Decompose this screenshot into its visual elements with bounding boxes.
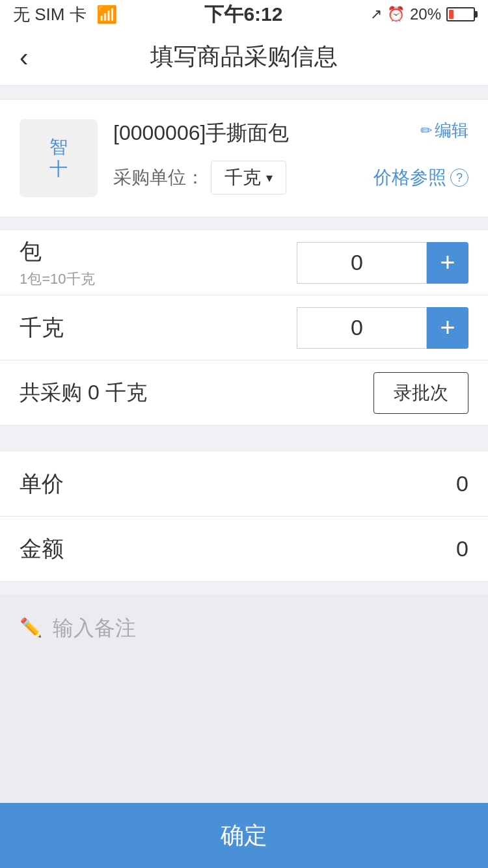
pack-label: 包 1包=10千克	[20, 237, 98, 289]
status-bar: 无 SIM 卡 📶 下午6:12 ↗ ⏰ 20%	[0, 0, 488, 29]
product-name: [0000006]手撕面包	[113, 119, 289, 148]
page-title: 填写商品采购信息	[150, 41, 338, 73]
kg-input-row: 千克 +	[0, 295, 488, 360]
product-info: [0000006]手撕面包 ✏ 编辑 采购单位： 千克 ▾ 价格参照 ?	[113, 119, 468, 195]
amount-row: 金额 0	[0, 517, 488, 582]
summary-text: 共采购 0 千克	[20, 379, 147, 407]
edit-button[interactable]: ✏ 编辑	[420, 119, 468, 142]
amount-label: 金额	[20, 534, 64, 564]
note-placeholder: 输入备注	[53, 614, 136, 643]
wifi-icon: 📶	[96, 5, 117, 24]
location-icon: ↗	[370, 6, 382, 23]
kg-label: 千克	[20, 313, 98, 343]
back-button[interactable]: ‹	[20, 44, 28, 70]
divider-2	[0, 426, 488, 439]
unit-price-value: 0	[456, 471, 468, 496]
confirm-button[interactable]: 确定	[0, 803, 488, 868]
kg-input-control: +	[297, 307, 468, 349]
status-sim: 无 SIM 卡 📶	[13, 3, 117, 26]
unit-price-label: 单价	[20, 469, 64, 499]
unit-select[interactable]: 千克 ▾	[211, 161, 286, 195]
kg-plus-button[interactable]: +	[427, 307, 468, 349]
battery-indicator	[446, 7, 475, 21]
dropdown-icon: ▾	[266, 170, 273, 185]
pack-input-control: +	[297, 242, 468, 284]
record-batch-button[interactable]: 录批次	[373, 372, 468, 414]
nav-bar: ‹ 填写商品采购信息	[0, 29, 488, 86]
product-logo: 智 十	[49, 136, 68, 180]
price-section: 单价 0 金额 0	[0, 452, 488, 582]
help-icon: ?	[450, 169, 468, 187]
battery-text: 20%	[410, 5, 441, 23]
kg-number-input[interactable]	[297, 307, 427, 349]
pencil-icon: ✏️	[20, 617, 42, 638]
unit-price-row: 单价 0	[0, 452, 488, 517]
pack-number-input[interactable]	[297, 242, 427, 284]
input-section: 包 1包=10千克 + 千克 + 共采购 0 千克 录批次	[0, 230, 488, 426]
amount-value: 0	[456, 536, 468, 562]
divider-1	[0, 217, 488, 230]
product-unit-row: 采购单位： 千克 ▾ 价格参照 ?	[113, 161, 468, 195]
summary-row: 共采购 0 千克 录批次	[0, 360, 488, 426]
pack-input-row: 包 1包=10千克 +	[0, 230, 488, 295]
status-right: ↗ ⏰ 20%	[370, 5, 475, 23]
price-ref-button[interactable]: 价格参照 ?	[373, 165, 468, 190]
product-image: 智 十	[20, 119, 98, 197]
unit-label: 采购单位：	[113, 165, 204, 190]
status-time: 下午6:12	[204, 1, 282, 28]
product-card: 智 十 [0000006]手撕面包 ✏ 编辑 采购单位： 千克 ▾ 价格参照	[0, 99, 488, 217]
alarm-icon: ⏰	[387, 6, 405, 23]
product-top: [0000006]手撕面包 ✏ 编辑	[113, 119, 468, 148]
pack-plus-button[interactable]: +	[427, 242, 468, 284]
